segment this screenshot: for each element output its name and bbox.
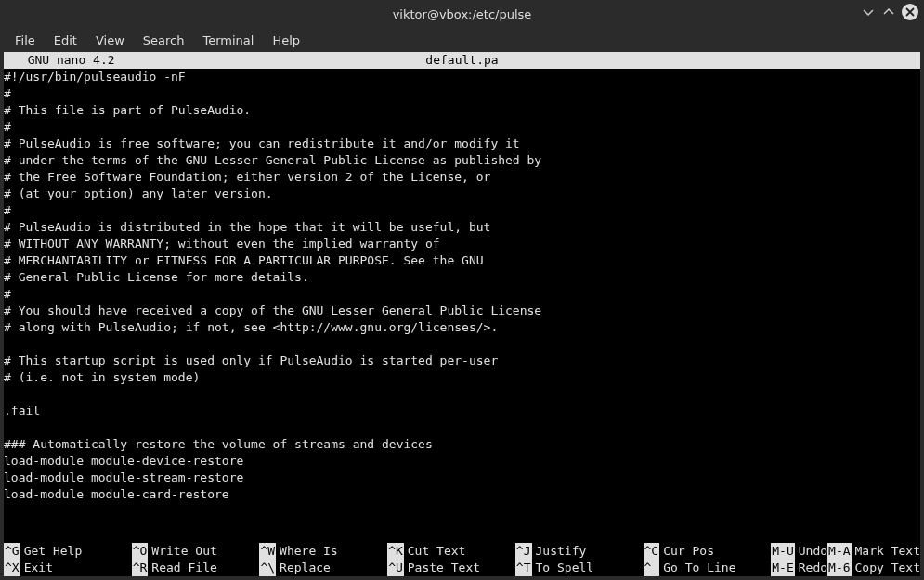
shortcut-to-spell: ^TTo Spell <box>515 560 644 576</box>
shortcut-label: Copy Text <box>852 560 920 576</box>
menu-edit[interactable]: Edit <box>46 31 85 50</box>
shortcut-key: ^C <box>644 543 660 560</box>
shortcut-key: M-U <box>771 543 794 560</box>
shortcut-label: Undo <box>795 543 827 560</box>
shortcut-label: To Spell <box>532 560 594 576</box>
shortcut-get-help: ^GGet Help <box>4 543 132 560</box>
menu-terminal[interactable]: Terminal <box>195 31 261 50</box>
maximize-icon[interactable] <box>881 5 896 19</box>
editor-content[interactable]: #!/usr/bin/pulseaudio -nF # # This file … <box>4 69 920 503</box>
shortcut-label: Replace <box>276 560 331 576</box>
shortcut-undo: M-UUndo <box>771 543 827 560</box>
shortcut-label: Go To Line <box>659 560 735 576</box>
shortcut-key: M-A <box>827 543 851 560</box>
shortcut-key: ^_ <box>644 560 660 576</box>
shortcut-replace: ^\Replace <box>259 560 387 576</box>
shortcut-where-is: ^WWhere Is <box>259 543 387 560</box>
menu-file[interactable]: File <box>7 31 43 50</box>
shortcut-key: ^T <box>515 560 532 576</box>
shortcut-go-to-line: ^_Go To Line <box>644 560 772 576</box>
window-title: viktor@vbox:/etc/pulse <box>393 7 532 21</box>
shortcut-key: ^U <box>387 560 404 576</box>
shortcut-copy-text: M-6Copy Text <box>827 560 920 576</box>
nano-version: GNU nano 4.2 <box>4 52 115 69</box>
terminal-viewport[interactable]: GNU nano 4.2 default.pa #!/usr/bin/pulse… <box>4 52 920 576</box>
nano-header: GNU nano 4.2 default.pa <box>4 52 920 69</box>
shortcut-key: ^J <box>515 543 532 560</box>
shortcut-exit: ^XExit <box>4 560 132 576</box>
minimize-icon[interactable] <box>861 5 876 19</box>
shortcut-justify: ^JJustify <box>515 543 644 560</box>
shortcut-key: ^W <box>259 543 276 560</box>
nano-filename: default.pa <box>425 52 498 69</box>
shortcut-label: Justify <box>532 543 587 560</box>
shortcut-key: ^\ <box>259 560 276 576</box>
shortcut-label: Mark Text <box>852 543 920 560</box>
shortcut-key: M-6 <box>827 560 851 576</box>
shortcut-label: Paste Text <box>404 560 480 576</box>
shortcut-key: M-E <box>771 560 794 576</box>
window-controls <box>861 4 918 20</box>
shortcut-label: Where Is <box>276 543 338 560</box>
shortcut-label: Cur Pos <box>659 543 714 560</box>
shortcut-write-out: ^OWrite Out <box>132 543 260 560</box>
menu-search[interactable]: Search <box>136 31 192 50</box>
shortcut-paste-text: ^UPaste Text <box>387 560 515 576</box>
shortcut-cut-text: ^KCut Text <box>387 543 515 560</box>
shortcut-label: Write Out <box>148 543 216 560</box>
titlebar[interactable]: viktor@vbox:/etc/pulse <box>0 0 924 28</box>
shortcut-cur-pos: ^CCur Pos <box>644 543 772 560</box>
menubar: File Edit View Search Terminal Help <box>0 28 924 52</box>
shortcut-key: ^K <box>387 543 404 560</box>
shortcut-label: Read File <box>148 560 216 576</box>
shortcut-label: Cut Text <box>404 543 466 560</box>
shortcut-label: Redo <box>795 560 827 576</box>
shortcut-label: Get Help <box>20 543 83 560</box>
shortcut-key: ^O <box>132 543 149 560</box>
shortcut-key: ^G <box>4 543 20 560</box>
shortcut-label: Exit <box>20 560 53 576</box>
menu-help[interactable]: Help <box>265 31 307 50</box>
menu-view[interactable]: View <box>88 31 132 50</box>
shortcut-redo: M-ERedo <box>771 560 827 576</box>
nano-shortcuts: ^GGet Help ^XExit ^OWrite Out ^RRead Fil… <box>4 543 920 576</box>
shortcut-key: ^R <box>132 560 149 576</box>
shortcut-key: ^X <box>4 560 20 576</box>
shortcut-mark-text: M-AMark Text <box>827 543 920 560</box>
shortcut-read-file: ^RRead File <box>132 560 260 576</box>
close-icon[interactable] <box>902 4 918 20</box>
terminal-window: viktor@vbox:/etc/pulse File Edit View Se… <box>0 0 924 580</box>
